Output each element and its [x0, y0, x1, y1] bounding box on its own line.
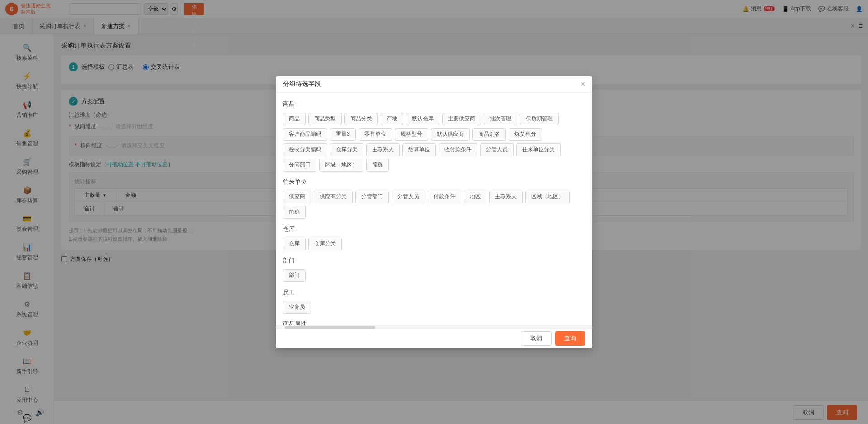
field-tag-department[interactable]: 部门	[283, 269, 306, 282]
field-tag-manager[interactable]: 分管人员	[480, 143, 514, 156]
modal-cancel-button[interactable]: 取消	[521, 331, 552, 346]
field-tag-goods-category[interactable]: 商品分类	[344, 113, 378, 125]
field-tag-area[interactable]: 地区	[464, 191, 486, 203]
field-tag-warehouse-cat[interactable]: 仓库分类	[308, 238, 342, 250]
modal-header: 分组待选字段 ×	[276, 76, 592, 93]
modal-title: 分组待选字段	[283, 80, 321, 88]
field-tag-customer-code[interactable]: 客户商品编码	[283, 128, 327, 141]
field-tag-main-supplier[interactable]: 主要供应商	[442, 113, 481, 125]
section-title-department: 部门	[283, 257, 585, 265]
modal-footer: 取消 查询	[276, 329, 592, 348]
field-tag-goods[interactable]: 商品	[283, 113, 306, 125]
field-tag-retail-unit[interactable]: 零售单位	[359, 128, 392, 141]
field-tag-origin[interactable]: 产地	[381, 113, 403, 125]
field-tag-tax-code[interactable]: 税收分类编码	[283, 143, 327, 156]
field-tag-partner-category[interactable]: 往来单位分类	[516, 143, 561, 156]
field-tag-partner-shortname[interactable]: 简称	[283, 206, 306, 219]
field-tag-short-name[interactable]: 简称	[366, 159, 389, 172]
field-tag-partner-region[interactable]: 区域（地区）	[525, 191, 570, 203]
field-tag-weight[interactable]: 重量3	[330, 128, 356, 141]
section-title-partner: 往来单位	[283, 178, 585, 186]
modal-close-button[interactable]: ×	[581, 80, 585, 88]
field-tag-batch-mgmt[interactable]: 批次管理	[484, 113, 517, 125]
field-tag-payment-terms[interactable]: 收付款条件	[439, 143, 477, 156]
field-tag-spec-model[interactable]: 规格型号	[395, 128, 428, 141]
section-title-goods-attr: 商品属性	[283, 320, 585, 325]
partner-fields: 供应商 供应商分类 分管部门 分管人员 付款条件 地区 主联系人 区域（地区） …	[283, 191, 585, 219]
field-tag-reward-points[interactable]: 炼货积分	[509, 128, 542, 141]
field-tag-partner-contact[interactable]: 主联系人	[489, 191, 523, 203]
field-tag-settlement-unit[interactable]: 结算单位	[402, 143, 436, 156]
field-tag-warehouse[interactable]: 仓库	[283, 238, 306, 250]
field-tag-default-supplier[interactable]: 默认供应商	[431, 128, 470, 141]
field-tag-salesperson[interactable]: 业务员	[283, 301, 311, 314]
field-tag-partner-manager[interactable]: 分管人员	[392, 191, 425, 203]
field-tag-main-contact[interactable]: 主联系人	[366, 143, 400, 156]
section-title-employee: 员工	[283, 288, 585, 296]
department-fields: 部门	[283, 269, 585, 282]
section-title-warehouse: 仓库	[283, 225, 585, 233]
modal-dialog: 分组待选字段 × 商品 商品 商品类型 商品分类 产地 默认仓库 主要供应商 批…	[276, 76, 592, 348]
field-tag-supplier[interactable]: 供应商	[283, 191, 311, 203]
modal-body: 商品 商品 商品类型 商品分类 产地 默认仓库 主要供应商 批次管理 保质期管理…	[276, 93, 592, 325]
field-tag-supplier-category[interactable]: 供应商分类	[314, 191, 353, 203]
field-tag-warehouse-category[interactable]: 仓库分类	[330, 143, 363, 156]
field-tag-partner-dept[interactable]: 分管部门	[355, 191, 389, 203]
field-tag-payment-cond[interactable]: 付款条件	[428, 191, 461, 203]
modal-confirm-button[interactable]: 查询	[555, 331, 585, 346]
field-tag-default-warehouse[interactable]: 默认仓库	[406, 113, 439, 125]
field-tag-goods-alias[interactable]: 商品别名	[472, 128, 506, 141]
section-title-goods: 商品	[283, 100, 585, 108]
modal-hscroll[interactable]	[276, 325, 592, 329]
field-tag-goods-type[interactable]: 商品类型	[308, 113, 342, 125]
field-tag-region[interactable]: 区域（地区）	[319, 159, 363, 172]
field-tag-shelf-life[interactable]: 保质期管理	[520, 113, 559, 125]
employee-fields: 业务员	[283, 301, 585, 314]
modal-overlay: 分组待选字段 × 商品 商品 商品类型 商品分类 产地 默认仓库 主要供应商 批…	[0, 0, 868, 424]
field-tag-dept[interactable]: 分管部门	[283, 159, 316, 172]
warehouse-fields: 仓库 仓库分类	[283, 238, 585, 250]
goods-fields: 商品 商品类型 商品分类 产地 默认仓库 主要供应商 批次管理 保质期管理 客户…	[283, 113, 585, 172]
